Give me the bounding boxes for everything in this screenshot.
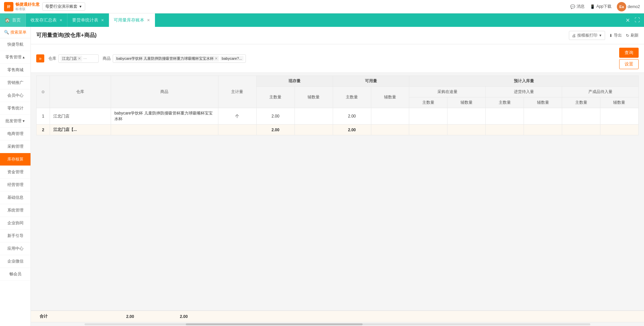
- tab-home[interactable]: 🏠 首页: [0, 13, 26, 27]
- chevron-down-icon: ▼: [79, 5, 82, 8]
- sidebar-item-enterprise[interactable]: 企业协同: [0, 217, 31, 230]
- sidebar-item-purchase[interactable]: 采购管理: [0, 140, 31, 153]
- sidebar-search[interactable]: 🔍 搜索菜单: [0, 27, 31, 38]
- warehouse-tag-container[interactable]: 江北门店 ✕ ···: [58, 54, 99, 63]
- sidebar-item-ecommerce-label: 电商管理: [7, 131, 23, 136]
- warehouse-label: 仓库: [48, 56, 56, 61]
- th-settings[interactable]: ⚙: [37, 76, 50, 108]
- sidebar-item-guide-label: 新手引导: [7, 233, 23, 238]
- user-area[interactable]: Ea demo2: [617, 2, 640, 11]
- footer-current-main: 2.00: [117, 314, 144, 319]
- cell-unit-2: [218, 125, 256, 135]
- nav-tabs: 🏠 首页 收发存汇总表 ✕ 要货单统计表 ✕ 可用量库存账本 ✕ ✕ ⛶: [0, 13, 644, 27]
- sidebar-item-retail-mgmt[interactable]: 零售管理 ▲: [0, 51, 31, 64]
- sidebar-item-operations[interactable]: 经营管理: [0, 179, 31, 191]
- logo-icon: 好: [4, 2, 13, 11]
- cell-purch-main-1: [409, 108, 447, 125]
- product-tag-text-1: babycare?...: [222, 56, 242, 60]
- refresh-label: 刷新: [631, 33, 639, 38]
- sidebar-item-marketing[interactable]: 营销推广: [0, 77, 31, 89]
- tab-order-stats[interactable]: 要货单统计表 ✕: [67, 13, 109, 27]
- cell-avail-aux-2: [371, 125, 409, 135]
- close-summary-icon[interactable]: ✕: [59, 18, 62, 22]
- close-all-icon[interactable]: ✕: [624, 16, 631, 24]
- th-planned-in: 预计入库量: [409, 76, 639, 87]
- column-settings-icon[interactable]: ⚙: [41, 90, 45, 94]
- data-table: ⚙ 仓库 商品 主计量 现存量 可用量 预计入库量 主数量 辅数量 主数量 辅数…: [36, 76, 639, 135]
- cell-avail-aux-1: [371, 108, 409, 125]
- table-footer: 合计 2.00 2.00: [31, 310, 644, 322]
- sidebar-item-member2-label: 畅会员: [9, 272, 21, 276]
- industry-selector[interactable]: 母婴行业演示账套 ▼: [42, 2, 85, 11]
- cell-cur-aux-1: [294, 108, 333, 125]
- filter-actions: 查询 设置: [619, 48, 639, 69]
- sidebar-item-wechat[interactable]: 企业微信: [0, 255, 31, 268]
- tab-available-stock-label: 可用量库存账本: [114, 17, 144, 23]
- message-button[interactable]: 💬 消息: [570, 4, 585, 9]
- cell-warehouse-1: 江北门店: [50, 108, 111, 125]
- remove-warehouse-tag[interactable]: ✕: [78, 56, 81, 61]
- sidebar-item-retail-mgmt-label: 零售管理: [5, 54, 21, 60]
- sidebar-item-system-label: 系统管理: [7, 208, 23, 213]
- tab-summary-label: 收发存汇总表: [31, 17, 57, 23]
- message-label: 消息: [577, 4, 585, 9]
- sidebar-quick-nav[interactable]: 快捷导航: [0, 38, 31, 51]
- cell-prod-aux-2: [600, 125, 638, 135]
- footer-row: 合计 2.00 2.00: [36, 314, 639, 319]
- sidebar-item-retail-stats[interactable]: 零售统计: [0, 102, 31, 115]
- template-print-button[interactable]: 🖨 按模板打印 ▼: [569, 31, 605, 40]
- sidebar-item-member2[interactable]: 畅会员: [0, 268, 31, 281]
- product-tag-container[interactable]: babycare学饮杯 儿童防摔防撞吸管杯重力球吸嘴杯宝宝水杯 ✕ babyca…: [113, 54, 246, 63]
- table-row: 1 江北门店 babycare学饮杯 儿童防摔防撞吸管杯重力球吸嘴杯宝宝水杯 个…: [37, 108, 639, 125]
- scroll-track[interactable]: [85, 323, 590, 325]
- top-bar-left: 好 畅捷通好生意 标准版 母婴行业演示账套 ▼: [4, 2, 85, 11]
- sidebar-item-wholesale-label: 批发管理: [5, 118, 21, 124]
- th-purchased-aux: 辅数量: [447, 97, 486, 108]
- page-header-actions: 🖨 按模板打印 ▼ ⬇ 导出 ↻ 刷新: [569, 31, 639, 44]
- th-current-stock: 现存量: [256, 76, 333, 87]
- sidebar-item-app-center[interactable]: 应用中心: [0, 242, 31, 255]
- refresh-button[interactable]: ↻ 刷新: [626, 33, 639, 38]
- cell-cur-aux-2: [294, 125, 333, 135]
- cell-prod-main-2: [562, 125, 600, 135]
- sidebar-item-wholesale[interactable]: 批发管理 ▼: [0, 115, 31, 128]
- scroll-thumb[interactable]: [186, 323, 363, 325]
- remove-product-tag-0[interactable]: ✕: [215, 56, 218, 61]
- sidebar-item-finance[interactable]: 资金管理: [0, 166, 31, 179]
- refresh-icon: ↻: [626, 33, 629, 38]
- th-current-main: 主数量: [256, 87, 294, 108]
- print-icon: 🖨: [572, 33, 576, 38]
- nav-tabs-right: ✕ ⛶: [622, 13, 644, 27]
- sidebar-item-basics[interactable]: 基础信息: [0, 191, 31, 204]
- sidebar-item-member[interactable]: 会员中心: [0, 89, 31, 102]
- settings-button[interactable]: 设置: [619, 59, 639, 69]
- sidebar-item-guide[interactable]: 新手引导: [0, 230, 31, 242]
- sidebar-item-ecommerce[interactable]: 电商管理: [0, 128, 31, 140]
- sidebar-item-stock-label: 库存核算: [7, 157, 23, 161]
- filter-toggle-button[interactable]: »: [36, 54, 44, 62]
- warehouse-tag: 江北门店 ✕: [61, 56, 82, 61]
- close-order-stats-icon[interactable]: ✕: [101, 18, 104, 22]
- tab-available-stock[interactable]: 可用量库存账本 ✕: [109, 13, 155, 27]
- chevron-icon: ▲: [22, 55, 25, 59]
- chevron-icon-2: ▼: [22, 119, 25, 123]
- th-purchased-main: 主数量: [409, 97, 447, 108]
- tab-summary[interactable]: 收发存汇总表 ✕: [26, 13, 67, 27]
- quick-nav-label: 快捷导航: [7, 42, 23, 47]
- sidebar-item-stock[interactable]: 库存核算: [0, 153, 31, 166]
- sidebar-item-system[interactable]: 系统管理: [0, 204, 31, 217]
- query-button[interactable]: 查询: [619, 48, 639, 58]
- close-available-stock-icon[interactable]: ✕: [147, 18, 150, 22]
- sidebar-item-retail-mall-label: 零售商城: [7, 67, 23, 72]
- export-button[interactable]: ⬇ 导出: [609, 33, 622, 38]
- main-layout: 🔍 搜索菜单 快捷导航 零售管理 ▲ 零售商城 营销推广 会员中心 零售统计 批…: [0, 27, 644, 326]
- avatar: Ea: [617, 2, 626, 11]
- expand-icon[interactable]: ⛶: [633, 16, 641, 24]
- tab-home-label: 首页: [12, 17, 21, 23]
- warehouse-ellipsis[interactable]: ···: [84, 56, 87, 61]
- template-print-label: 按模板打印: [577, 33, 597, 38]
- username-label: demo2: [628, 4, 640, 9]
- app-download-button[interactable]: 📱 App下载: [590, 4, 611, 9]
- scroll-bar-area: [31, 322, 644, 326]
- sidebar-item-retail-mall[interactable]: 零售商城: [0, 64, 31, 77]
